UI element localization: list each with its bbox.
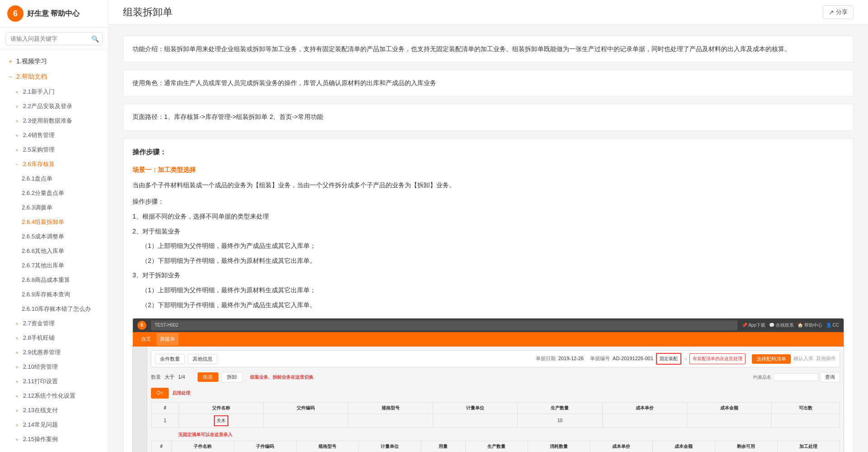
sidebar-item-online-pay[interactable]: ＋ 2.13在线支付: [0, 403, 108, 418]
search-input[interactable]: [5, 32, 103, 45]
expand-icon-finance: ＋: [14, 321, 19, 326]
col-parent-code: 父件编码: [264, 402, 348, 414]
brand-name: 好生意 帮助中心: [27, 9, 80, 19]
type-select-box[interactable]: 固定装配: [656, 353, 681, 365]
app-logo: 6: [7, 5, 24, 22]
switch-tabs: 组装 拆卸: [198, 372, 243, 382]
col-cost-amt: 成本金额: [687, 402, 772, 414]
callout-type2-label: 组装业务、拆卸业务在这里切换: [250, 373, 313, 381]
app-body: 余件数量 其他信息 单据日期 2019-12-26 单据编号 AD-201912…: [133, 347, 844, 452]
sidebar-item-cases[interactable]: ＋ 2.15操作案例: [0, 432, 108, 447]
app-url-bar: TEST-H002: [151, 320, 737, 330]
num-value2: 大于: [165, 373, 175, 382]
on-badge-area: 约束品名 查询: [753, 372, 840, 382]
sidebar-item-stock-check[interactable]: 2.6.9库存账本查询: [0, 287, 108, 302]
step-3: 3、对于拆卸业务: [132, 269, 844, 281]
sidebar-item-sales[interactable]: ＋ 2.4销售管理: [0, 128, 108, 143]
sidebar-item-print[interactable]: ＋ 2.11打印设置: [0, 374, 108, 389]
expand-icon-install: ＋: [14, 104, 19, 109]
expand-icon-mobile: ＋: [14, 335, 19, 341]
sidebar-item-ops[interactable]: ＋ 2.10经营管理: [0, 360, 108, 374]
app-top-icons: 📌 App下载 💬 在线联系 🏠 帮助中心 👤 CC: [742, 321, 839, 329]
batch-row: On 启用处理: [151, 387, 840, 400]
cell-spec: [348, 414, 433, 428]
expand-icon-cases: ＋: [14, 437, 19, 442]
app-nav-home[interactable]: 自页: [137, 333, 155, 346]
search-icon[interactable]: 🔍: [91, 35, 99, 43]
main-area: 组装拆卸单 ↗ 分享 功能介绍：组装拆卸单用来处理企业组装或拆卸等加工业务，支持…: [108, 0, 868, 452]
app-form-area: 余件数量 其他信息 单据日期 2019-12-26 单据编号 AD-201912…: [147, 347, 844, 452]
steps-section: 操作步骤： 1、根据不同的业务，选择不同单据的类型来处理 2、对于组装业务 （1…: [132, 195, 844, 311]
stock-subitems: 2.6.1盘点单 2.6.2分量盘点单 2.6.3调拨单 2.6.4组装拆卸单 …: [0, 171, 108, 316]
sidebar-item-custom[interactable]: ＋ 2.12系统个性化设置: [0, 389, 108, 403]
app-icon-3: 🏠 帮助中心: [797, 321, 822, 329]
child-table-section: # 子件名称 子件编码 规格型号 计量单位 用量 生产数量 消耗数量 成本单价: [151, 441, 840, 452]
intro-role-card: 使用角色：通常由生产人员或库管人员完成拆装业务的操作，库管人员确认原材料的出库和…: [123, 70, 854, 96]
sidebar-item-finance[interactable]: ＋ 2.7资金管理: [0, 316, 108, 331]
col-c-name: 子件名称: [171, 441, 234, 452]
sidebar-item-new[interactable]: ＋ 2.1新手入门: [0, 85, 108, 99]
expand-icon-stock: －: [14, 162, 19, 167]
label-goods-cost: 2.6.8商品成本重算: [22, 276, 70, 283]
sidebar-item-goods-cost[interactable]: 2.6.8商品成本重算: [0, 273, 108, 287]
child-table: # 子件名称 子件编码 规格型号 计量单位 用量 生产数量 消耗数量 成本单价: [151, 441, 840, 452]
step-3-1: （1）上部明细为父件明细，最终作为原材料生成其它出库单；: [132, 284, 844, 296]
col-c-prodqty: 生产数量: [465, 441, 528, 452]
batch-label: 约束品名: [753, 373, 771, 381]
label-ops: 2.10经营管理: [23, 363, 58, 370]
expand-icon-new: ＋: [14, 89, 19, 95]
sidebar-item-coupon[interactable]: ＋ 2.9优惠券管理: [0, 345, 108, 360]
sidebar-item-cost[interactable]: 2.6.5成本调整单: [0, 229, 108, 244]
search-bar[interactable]: 🔍: [0, 28, 108, 50]
label-cases: 2.15操作案例: [23, 436, 58, 442]
sidebar-item-stock[interactable]: － 2.6库存核算: [0, 157, 108, 171]
col-num: #: [151, 402, 179, 414]
app-icon-4: 👤 CC: [826, 321, 839, 329]
toolbar-btn-cancel[interactable]: 其他信息: [188, 354, 217, 364]
sidebar-item-stock-err[interactable]: 2.6.10库存账本错了怎么办: [0, 302, 108, 316]
intro-role-text: 使用角色：通常由生产人员或库管人员完成拆装业务的操作，库管人员确认原材料的出库和…: [132, 79, 436, 86]
expand-icon-video: ＋: [7, 57, 14, 66]
step-2: 2、对于组装业务: [132, 225, 844, 238]
date-label: 单据日期: [536, 354, 556, 363]
sidebar-item-mobile[interactable]: ＋ 2.8手机旺铺: [0, 331, 108, 345]
sidebar-item-other-in[interactable]: 2.6.6其他入库单: [0, 244, 108, 258]
share-button[interactable]: ↗ 分享: [823, 5, 854, 19]
sidebar-item-purchase[interactable]: ＋ 2.5采购管理: [0, 143, 108, 157]
on-text-label[interactable]: On: [151, 388, 169, 399]
cell-num: 1: [151, 414, 179, 428]
expand-icon-custom: ＋: [14, 393, 19, 399]
sidebar-item-partial[interactable]: 2.6.2分量盘点单: [0, 186, 108, 200]
sidebar-item-data[interactable]: ＋ 2.3使用前数据准备: [0, 114, 108, 128]
app-mini-sidebar: [133, 347, 147, 452]
scenario1-title: 场景一：加工类型选择: [132, 164, 844, 176]
sidebar-item-adjust[interactable]: 2.6.3调拨单: [0, 200, 108, 215]
btn-placeholder2: 其他操作: [816, 354, 836, 363]
app-nav-new[interactable]: 新建单: [156, 333, 179, 346]
sidebar-item-video[interactable]: ＋ 1.视频学习: [0, 54, 108, 69]
ops-title: 操作步骤：: [132, 146, 844, 158]
cell-prod-qty: 10: [518, 414, 602, 428]
label-online-pay: 2.13在线支付: [23, 407, 58, 414]
sidebar-item-inventory[interactable]: 2.6.1盘点单: [0, 171, 108, 186]
tab-disassemble[interactable]: 拆卸: [221, 372, 243, 382]
label-cost: 2.6.5成本调整单: [22, 233, 64, 240]
expand-icon-coupon: ＋: [14, 350, 19, 355]
sidebar-item-docs[interactable]: － 2.帮助文档 ＋ 2.1新手入门 ＋ 2.2产品安装及登录 ＋ 2.3使用前…: [0, 69, 108, 447]
sidebar-item-label-video: 1.视频学习: [16, 57, 47, 66]
sidebar-item-label-docs: 2.帮助文档: [16, 73, 47, 81]
label-install: 2.2产品安装及登录: [23, 103, 72, 109]
sidebar-item-install[interactable]: ＋ 2.2产品安装及登录: [0, 99, 108, 114]
batch-input[interactable]: [773, 373, 818, 381]
toolbar-btn-save[interactable]: 余件数量: [155, 354, 185, 364]
col-avail: 可出数: [772, 402, 840, 414]
btn-confirm[interactable]: 选择配料清单: [752, 354, 791, 364]
intro-path-card: 页面路径：1、库存核算->库存管理->组装拆卸单 2、首页->常用功能: [123, 104, 854, 130]
sidebar-item-faq[interactable]: ＋ 2.14常见问题: [0, 418, 108, 432]
tab-assemble[interactable]: 组装: [198, 372, 218, 382]
parent-name-input[interactable]: 关木: [214, 415, 228, 426]
sidebar-item-other-out[interactable]: 2.6.7其他出库单: [0, 258, 108, 273]
sidebar-item-assemble[interactable]: 2.6.4组装拆卸单: [0, 215, 108, 229]
num-label2: 数量: [151, 373, 161, 382]
btn-query[interactable]: 查询: [820, 372, 840, 382]
